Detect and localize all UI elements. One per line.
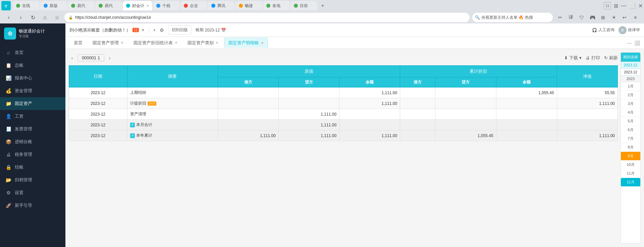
browser-tab-haokuaiji[interactable]: 好会计 ✕: [123, 1, 152, 10]
tab-favicon: [266, 4, 270, 8]
tab-close-icon[interactable]: ✕: [175, 41, 177, 45]
cell-summary: 上期结转: [127, 87, 218, 98]
browser-tab-geshui[interactable]: 个税: [153, 1, 180, 10]
tab-label: 各地: [272, 3, 280, 9]
refresh-icon: ↻: [604, 55, 608, 60]
period-item[interactable]: 10月: [621, 161, 640, 169]
page-tab-depreciation-stats[interactable]: 固定资产折旧统计表 ✕: [129, 38, 182, 48]
service-btn[interactable]: 🎧 人工咨询: [592, 27, 614, 33]
prev-page-btn[interactable]: ‹: [69, 55, 75, 61]
page-tabs: 首页 固定资产管理 ✕ 固定资产折旧统计表 ✕ 固定资产类别 ✕ 固定资产明细账…: [65, 37, 644, 49]
settings-small-icon[interactable]: ⚙: [160, 27, 164, 33]
period-item[interactable]: 7月: [621, 134, 640, 143]
funds-icon: 💰: [5, 88, 11, 94]
sidebar-item-salary[interactable]: 👤 工资: [0, 110, 65, 123]
browser-tab-new[interactable]: 新版: [40, 1, 67, 10]
cell-orig-balance: [339, 120, 400, 130]
reload-button[interactable]: ↻: [28, 13, 38, 22]
page-tab-assets-category[interactable]: 固定资产类别 ✕: [183, 38, 223, 48]
tab-panel-expand-icon[interactable]: ⬜: [634, 40, 640, 46]
period-item[interactable]: 11月: [621, 169, 640, 178]
download-label: 下载: [569, 55, 578, 61]
search-box[interactable]: 🔍 央视更新主持人名单 🔥 热搜: [472, 13, 553, 22]
cell-date: 2023-12: [69, 120, 127, 130]
cell-date: 2023-12: [69, 130, 127, 141]
period-item[interactable]: 9月: [621, 152, 640, 161]
sidebar-item-settings[interactable]: ⚙ 设置: [0, 186, 65, 199]
page-tab-assets-mgmt[interactable]: 固定资产管理 ✕: [88, 38, 128, 48]
period-item[interactable]: 8月: [621, 143, 640, 152]
sidebar-item-invoice[interactable]: 🧾 发票管理: [0, 123, 65, 135]
translate-icon[interactable]: 译: [566, 13, 576, 22]
back-button[interactable]: ‹: [4, 13, 13, 22]
browser-tab-changjie[interactable]: 畅捷: [235, 1, 262, 10]
shield-icon[interactable]: 🛡: [577, 13, 586, 22]
browser-extensions-btn[interactable]: ⊞: [614, 3, 618, 9]
col-dep-debit: 借方: [400, 77, 435, 87]
add-account-btn[interactable]: +: [153, 28, 156, 33]
user-info[interactable]: 徐 徐译华: [619, 26, 640, 34]
sidebar-item-fixed-assets[interactable]: 📁 固定资产: [0, 97, 65, 110]
browser-tab-qiye[interactable]: 企业: [180, 1, 207, 10]
download-btn[interactable]: ⬇ 下载 ▾: [564, 55, 582, 61]
menu-icon[interactable]: ≡: [631, 13, 640, 22]
grid-icon[interactable]: ⊞: [598, 13, 608, 22]
cell-dep-balance: [496, 98, 557, 109]
sidebar-item-guide[interactable]: 🚀 新手引导: [0, 199, 65, 212]
page-code: 000001: [82, 55, 96, 60]
url-bar[interactable]: 🔒 https://cloud.chanjet.com/accounting/u…: [64, 13, 470, 22]
period-item[interactable]: 1月: [621, 82, 640, 91]
period-item[interactable]: 5月: [621, 117, 640, 126]
browser-tab-online[interactable]: 在线: [13, 1, 40, 10]
badge-11[interactable]: 11: [604, 2, 611, 9]
period-value: 2023-12: [205, 28, 220, 33]
browser-tab-yidai1[interactable]: 易代: [68, 1, 95, 10]
sidebar-item-funds[interactable]: 💰 资金管理: [0, 84, 65, 97]
sidebar-item-tax[interactable]: 🖨 税务管理: [0, 148, 65, 161]
account-dropdown-icon[interactable]: ▼: [141, 28, 145, 33]
browser-close-btn[interactable]: ✕: [638, 3, 643, 9]
home-button[interactable]: ⌂: [40, 13, 50, 22]
cell-orig-balance: 1,111.00: [339, 130, 400, 141]
sidebar-item-general[interactable]: 📋 总账: [0, 59, 65, 72]
scissors-icon[interactable]: ✂: [555, 13, 565, 22]
data-table: 日期 摘要 原值 累计折旧 净值 借方 贷方 余额 借方: [69, 65, 618, 141]
game-icon[interactable]: 🎮: [588, 13, 597, 22]
sidebar-item-closing[interactable]: 🔒 结账: [0, 161, 65, 174]
brightness-icon[interactable]: ☀: [609, 13, 619, 22]
browser-tab-tencent[interactable]: 腾讯: [208, 1, 235, 10]
browser-tab-gedi[interactable]: 各地: [263, 1, 290, 10]
switch-old-version-btn[interactable]: 切到旧版: [168, 25, 192, 35]
sidebar-item-archive[interactable]: 📂 归档管理: [0, 174, 65, 186]
period-item[interactable]: 3月: [621, 100, 640, 108]
next-page-btn[interactable]: ›: [106, 55, 113, 61]
browser-minimize-btn[interactable]: —: [621, 3, 626, 9]
sidebar-item-reports[interactable]: 📊 报表中心: [0, 72, 65, 84]
period-item[interactable]: 12月: [621, 178, 640, 187]
tab-panel-collapse-icon[interactable]: —: [627, 40, 632, 46]
forward-button[interactable]: ›: [16, 13, 25, 22]
period-list: 1月2月3月4月5月6月7月8月9月10月11月12月: [621, 82, 640, 243]
page-tab-assets-ledger[interactable]: 固定资产明细账 ✕: [224, 38, 268, 48]
period-item[interactable]: 2月: [621, 91, 640, 100]
undo-icon[interactable]: ↩: [620, 13, 629, 22]
sidebar-item-inventory[interactable]: 📦 进销台账: [0, 135, 65, 148]
period-item[interactable]: 4月: [621, 108, 640, 117]
sidebar-label: 税务管理: [15, 151, 32, 158]
new-tab-button[interactable]: +: [318, 1, 327, 10]
refresh-btn[interactable]: ↻ 刷新: [604, 55, 618, 61]
tab-label: 腾讯: [217, 3, 225, 9]
tab-close-icon[interactable]: ✕: [121, 41, 123, 45]
tab-close-icon[interactable]: ✕: [146, 4, 149, 8]
sidebar-item-home[interactable]: ⌂ 首页: [0, 46, 65, 59]
tab-close-icon[interactable]: ✕: [261, 41, 264, 45]
print-btn[interactable]: 🖨 打印: [586, 55, 600, 61]
browser-maximize-btn[interactable]: ⬜: [629, 3, 636, 9]
logo-edition: 专业版: [19, 34, 45, 39]
tab-close-icon[interactable]: ✕: [216, 41, 218, 45]
page-tab-home[interactable]: 首页: [69, 38, 87, 48]
period-item[interactable]: 6月: [621, 126, 640, 134]
browser-tab-muqian[interactable]: 目前: [290, 1, 317, 10]
browser-tab-yidai2[interactable]: 易代: [95, 1, 122, 10]
bookmark-button[interactable]: ☆: [52, 13, 62, 22]
